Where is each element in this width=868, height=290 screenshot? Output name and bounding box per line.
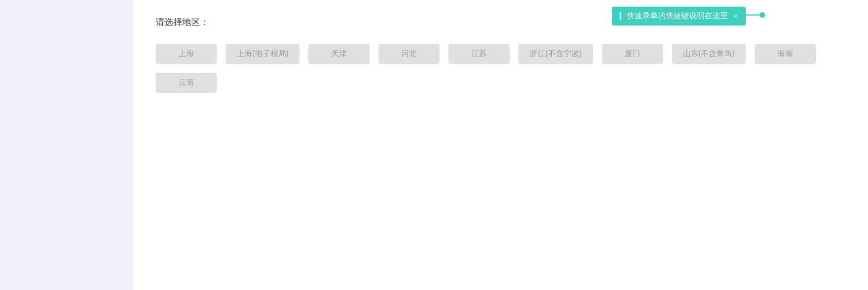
tooltip-banner: 快速录单的快捷键说明在这里 × (612, 7, 746, 26)
region-button-shandong[interactable]: 山东(不含青岛) (672, 44, 746, 64)
tooltip-text: 快速录单的快捷键说明在这里 (627, 11, 728, 21)
region-button-hainan[interactable]: 海南 (755, 44, 816, 64)
tooltip-close-button[interactable]: × (734, 12, 738, 21)
tooltip-connector-dot (760, 12, 765, 18)
region-button-zhejiang[interactable]: 浙江(不含宁波) (518, 44, 592, 64)
region-button-jiangsu[interactable]: 江苏 (448, 44, 510, 64)
region-grid: 上海上海(电子税局)天津河北江苏浙江(不含宁波)厦门山东(不含青岛)海南云南 (156, 44, 846, 93)
region-button-xiamen[interactable]: 厦门 (602, 44, 663, 64)
region-button-shanghai-etax[interactable]: 上海(电子税局) (226, 44, 300, 64)
region-button-yunnan[interactable]: 云南 (156, 73, 217, 93)
left-sidebar (0, 0, 133, 290)
main-content: 请选择地区： 上海上海(电子税局)天津河北江苏浙江(不含宁波)厦门山东(不含青岛… (133, 0, 868, 290)
region-button-tianjin[interactable]: 天津 (308, 44, 370, 64)
region-button-hebei[interactable]: 河北 (378, 44, 440, 64)
region-button-shanghai[interactable]: 上海 (156, 44, 217, 64)
